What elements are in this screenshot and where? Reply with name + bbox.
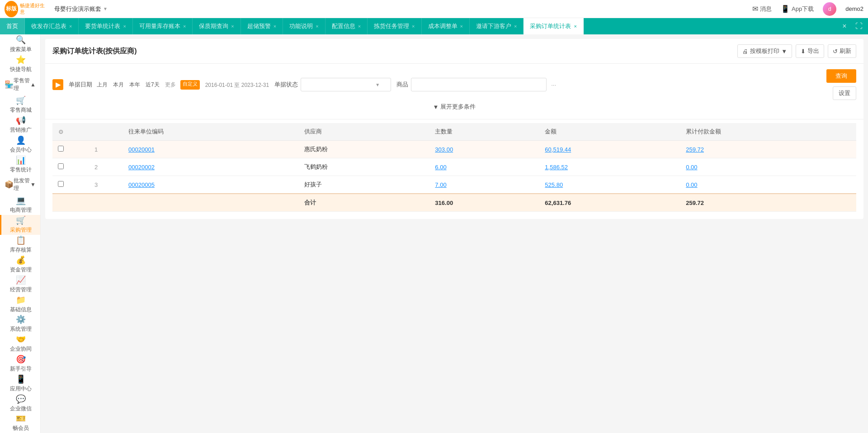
tab-requisition-close[interactable]: × [123, 24, 126, 29]
sidebar-item-retail[interactable]: 🏪 零售管理 ▲ [0, 74, 40, 95]
tab-purchase-order-stat-close[interactable]: × [574, 24, 576, 29]
sidebar-item-marketing[interactable]: 📢 营销推广 [0, 114, 40, 134]
paid-amount-link-3[interactable]: 0.00 [686, 181, 697, 188]
tab-cost-adjust[interactable]: 成本调整单 × [422, 18, 470, 34]
tab-available-stock[interactable]: 可用量库存账本 × [133, 18, 193, 34]
sidebar-item-enterprise-collab[interactable]: 🤝 企业协同 [0, 334, 40, 354]
tab-available-stock-close[interactable]: × [183, 24, 186, 29]
td-supplier-name-1: 惠氏奶粉 [299, 141, 430, 158]
shortcut-this-year[interactable]: 本年 [127, 80, 142, 90]
tab-overstock[interactable]: 超储预警 × [241, 18, 283, 34]
sidebar-item-inventory[interactable]: 📋 库存核算 [0, 235, 40, 255]
paid-amount-link-1[interactable]: 259.72 [686, 146, 704, 153]
sidebar-item-retail-store[interactable]: 🛒 零售商城 [0, 95, 40, 115]
message-label: 消息 [760, 5, 772, 13]
enterprise-wechat-icon: 💬 [16, 394, 26, 404]
tab-requisition[interactable]: 要货单统计表 × [79, 18, 132, 34]
print-btn[interactable]: 🖨 按模板打印 ▼ [737, 44, 792, 58]
tab-picking-task-close[interactable]: × [412, 24, 415, 29]
sidebar-item-shortcut[interactable]: ⭐ 快捷导航 [0, 54, 40, 74]
sidebar-retail-label: 零售管理 [14, 77, 30, 92]
ecommerce-icon: 💻 [16, 195, 26, 205]
row-checkbox-3[interactable] [58, 181, 64, 187]
tab-receive-send[interactable]: 收发存汇总表 × [25, 18, 79, 34]
sidebar-item-basic-info[interactable]: 📁 基础信息 [0, 294, 40, 314]
amount-link-2[interactable]: 1,586.52 [545, 164, 568, 171]
sidebar-item-retail-stats[interactable]: 📊 零售统计 [0, 154, 40, 174]
amount-link-3[interactable]: 525.80 [545, 181, 563, 188]
amount-link-1[interactable]: 60,519.44 [545, 146, 571, 153]
tab-cost-adjust-close[interactable]: × [460, 24, 463, 29]
qty-link-3[interactable]: 7.00 [435, 181, 446, 188]
sidebar-item-system[interactable]: ⚙️ 系统管理 [0, 314, 40, 334]
workspace-selector[interactable]: 母婴行业演示账套 ▼ [54, 5, 109, 13]
sidebar-item-finance[interactable]: 💰 资金管理 [0, 254, 40, 274]
sidebar-item-search[interactable]: 🔍 搜索菜单 [0, 34, 40, 54]
tab-config-info[interactable]: 配置信息 × [326, 18, 368, 34]
supplier-code-link-1[interactable]: 00020001 [128, 146, 155, 153]
tab-expiry-close[interactable]: × [231, 24, 234, 29]
tab-expiry[interactable]: 保质期查询 × [193, 18, 241, 34]
export-btn[interactable]: ⬇ 导出 [796, 44, 824, 58]
refresh-btn[interactable]: ↺ 刷新 [828, 44, 856, 58]
sidebar-item-purchase[interactable]: 🛒 采购管理 [0, 215, 40, 235]
td-index-3: 3 [69, 176, 123, 194]
paid-amount-link-2[interactable]: 0.00 [686, 164, 697, 171]
shortcut-7days[interactable]: 近7天 [144, 80, 161, 90]
shortcut-last-month[interactable]: 上月 [95, 80, 109, 90]
filter-toggle-btn[interactable]: ▶ [52, 79, 63, 90]
top-right-actions: ✉ 消息 📱 App下载 d demo2 [752, 2, 863, 16]
sidebar-enterprise-collab-label: 企业协同 [10, 345, 32, 353]
goods-more-icon[interactable]: ··· [551, 81, 556, 88]
sidebar-item-new-guide[interactable]: 🎯 新手引导 [0, 354, 40, 374]
sidebar-item-ecommerce[interactable]: 💻 电商管理 [0, 195, 40, 215]
tab-receive-send-close[interactable]: × [69, 24, 72, 29]
sidebar-item-enterprise-wechat[interactable]: 💬 企业微信 [0, 393, 40, 413]
tab-picking-task[interactable]: 拣货任务管理 × [368, 18, 421, 34]
query-btn[interactable]: 查询 [826, 69, 856, 83]
th-settings[interactable]: ⚙ [52, 123, 69, 141]
supplier-code-link-2[interactable]: 00020002 [128, 164, 155, 171]
tab-function-desc[interactable]: 功能说明 × [283, 18, 325, 34]
tab-expand-btn[interactable]: ⛶ [854, 21, 864, 32]
sidebar-item-wholesale[interactable]: 📦 批发管理 ▼ [0, 174, 40, 195]
supplier-code-link-3[interactable]: 00020005 [128, 181, 155, 188]
app-download-btn[interactable]: 📱 App下载 [781, 5, 814, 13]
qty-link-2[interactable]: 6.00 [435, 164, 446, 171]
logo-text: 畅捷通好生意 [20, 3, 45, 14]
shortcut-more[interactable]: 更多 [163, 80, 178, 90]
tab-config-info-close[interactable]: × [358, 24, 361, 29]
tab-invite-downstream[interactable]: 邀请下游客户 × [470, 18, 524, 34]
status-select[interactable]: ▼ [301, 78, 391, 91]
td-supplier-code-1: 00020001 [123, 141, 299, 158]
tab-home[interactable]: 首页 [0, 18, 25, 34]
app-download-label: App下载 [792, 5, 814, 13]
row-checkbox-1[interactable] [58, 146, 64, 152]
td-footer-paid-amount: 259.72 [680, 194, 856, 212]
workspace-dropdown-icon: ▼ [103, 6, 108, 11]
tab-overstock-close[interactable]: × [274, 24, 276, 29]
table-area: ⚙ 往来单位编码 供应商 主数量 金额 累计付款金额 [45, 123, 863, 219]
td-checkbox-1[interactable] [52, 141, 69, 158]
td-checkbox-3[interactable] [52, 176, 69, 194]
expand-more-btn[interactable]: ▼ 展开更多条件 [52, 100, 856, 114]
tab-purchase-order-stat[interactable]: 采购订单统计表 × [524, 18, 583, 34]
tab-close-all-btn[interactable]: × [839, 21, 850, 32]
td-qty-1: 303.00 [429, 141, 539, 158]
tab-invite-downstream-close[interactable]: × [514, 24, 517, 29]
setting-btn[interactable]: 设置 [833, 86, 856, 100]
sidebar-item-member[interactable]: 👤 会员中心 [0, 134, 40, 154]
user-avatar[interactable]: d [823, 2, 836, 16]
goods-input[interactable] [411, 78, 547, 91]
sidebar-item-operations[interactable]: 📈 经营管理 [0, 274, 40, 294]
td-checkbox-2[interactable] [52, 158, 69, 176]
sidebar-item-member-card[interactable]: 🎫 畅会员 [0, 413, 40, 433]
qty-link-1[interactable]: 303.00 [435, 146, 453, 153]
row-checkbox-2[interactable] [58, 163, 64, 169]
retail-stats-icon: 📊 [16, 155, 26, 165]
sidebar-item-app-center[interactable]: 📱 应用中心 [0, 373, 40, 393]
logo-icon: 标版 [5, 1, 18, 17]
shortcut-this-month[interactable]: 本月 [111, 80, 126, 90]
message-btn[interactable]: ✉ 消息 [752, 5, 772, 13]
tab-function-desc-close[interactable]: × [316, 24, 318, 29]
